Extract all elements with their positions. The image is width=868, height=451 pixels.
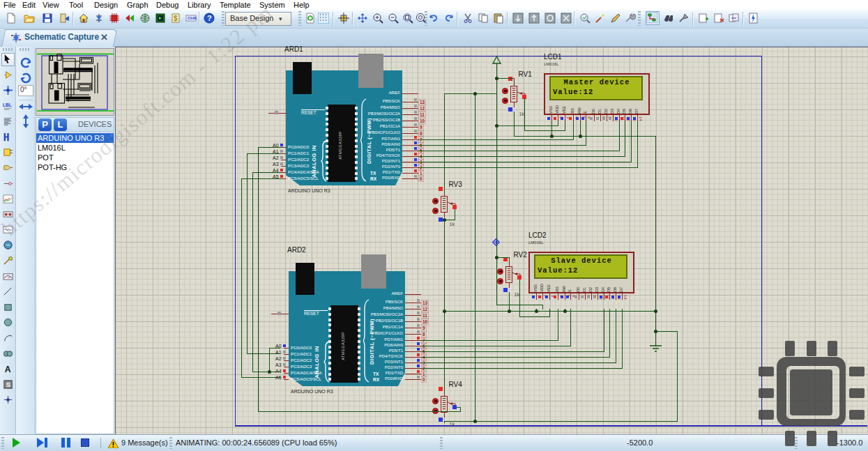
svg-text:S: S xyxy=(6,381,10,388)
svg-text:A: A xyxy=(5,365,11,374)
svg-text:LBL: LBL xyxy=(3,102,12,107)
svg-text:$: $ xyxy=(174,15,178,22)
svg-text:?: ? xyxy=(207,14,212,22)
svg-text:OHM: OHM xyxy=(188,16,197,20)
